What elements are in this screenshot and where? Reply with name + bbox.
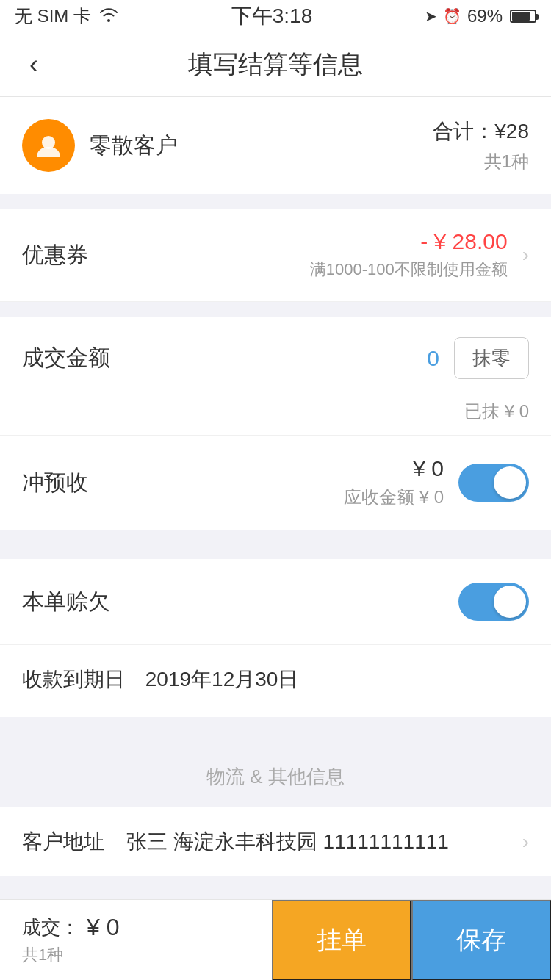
due-date-label: 收款到期日 <box>22 668 125 691</box>
bottom-transaction-label: 成交： <box>22 915 79 940</box>
coupon-desc: 满1000-100不限制使用金额 <box>310 259 508 281</box>
due-date-value[interactable]: 2019年12月30日 <box>145 668 299 691</box>
line-right <box>359 777 529 777</box>
battery-icon <box>510 10 536 23</box>
prepay-sub-amount: 应收金额 ¥ 0 <box>344 486 444 509</box>
customer-section: 零散客户 合计：¥28 共1种 <box>0 97 551 194</box>
address-label: 客户地址 <box>22 828 104 856</box>
customer-info: 零散客户 <box>22 119 178 172</box>
logistics-label: 物流 & 其他信息 <box>206 764 345 790</box>
prepay-label: 冲预收 <box>22 468 88 498</box>
prepay-row: 冲预收 ¥ 0 应收金额 ¥ 0 <box>0 435 551 530</box>
status-bar: 无 SIM 卡 下午3:18 ➤ ⏰ 69% <box>0 0 551 32</box>
avatar <box>22 119 75 172</box>
status-time: 下午3:18 <box>231 2 313 30</box>
customer-total: 合计：¥28 共1种 <box>433 118 529 173</box>
coupon-section[interactable]: 优惠券 - ¥ 28.00 满1000-100不限制使用金额 › <box>0 209 551 302</box>
amount-sub: 已抹 ¥ 0 <box>0 400 551 435</box>
address-chevron-icon: › <box>522 830 529 854</box>
round-button[interactable]: 抹零 <box>454 337 529 379</box>
debit-label: 本单赊欠 <box>22 587 110 617</box>
debit-toggle[interactable] <box>458 583 529 621</box>
chevron-right-icon: › <box>522 243 529 267</box>
toggle-knob <box>494 466 526 499</box>
wifi-icon <box>98 7 119 26</box>
pending-button[interactable]: 挂单 <box>272 900 411 981</box>
bottom-info: 成交： ¥ 0 共1种 <box>0 914 272 966</box>
battery-text: 69% <box>467 6 503 26</box>
logistics-header: 物流 & 其他信息 <box>0 746 551 807</box>
status-right: ➤ ⏰ 69% <box>425 6 536 26</box>
bottom-bar: 成交： ¥ 0 共1种 挂单 保存 <box>0 899 551 980</box>
back-button[interactable]: ‹ <box>22 42 46 87</box>
divider-1 <box>0 302 551 317</box>
bottom-transaction-amount: ¥ 0 <box>87 914 119 941</box>
alarm-icon: ⏰ <box>443 7 461 25</box>
bottom-transaction-row: 成交： ¥ 0 <box>22 914 250 941</box>
nav-bar: ‹ 填写结算等信息 <box>0 32 551 97</box>
coupon-right: - ¥ 28.00 满1000-100不限制使用金额 › <box>310 229 529 281</box>
address-row[interactable]: 客户地址 张三 海淀永丰科技园 11111111111 › <box>0 807 551 876</box>
due-date-row: 收款到期日 2019年12月30日 <box>0 644 551 717</box>
prepay-amounts: ¥ 0 应收金额 ¥ 0 <box>344 456 444 509</box>
debit-row: 本单赊欠 <box>0 559 551 644</box>
prepay-toggle[interactable] <box>458 464 529 502</box>
transaction-amount-area: 0 抹零 <box>381 337 529 379</box>
coupon-row[interactable]: 优惠券 - ¥ 28.00 满1000-100不限制使用金额 › <box>0 209 551 302</box>
total-count: 共1种 <box>433 150 529 173</box>
carrier-text: 无 SIM 卡 <box>15 4 91 28</box>
transaction-row: 成交金额 0 抹零 <box>0 317 551 400</box>
coupon-amount: - ¥ 28.00 <box>310 229 508 254</box>
divider-2 <box>0 544 551 559</box>
coupon-label: 优惠券 <box>22 240 88 270</box>
transaction-amount[interactable]: 0 <box>381 346 439 371</box>
debit-toggle-knob <box>494 586 526 618</box>
debit-section: 本单赊欠 收款到期日 2019年12月30日 <box>0 559 551 717</box>
bottom-count: 共1种 <box>22 944 250 966</box>
customer-name: 零散客户 <box>90 131 178 161</box>
address-value: 张三 海淀永丰科技园 11111111111 <box>126 828 515 856</box>
coupon-info: - ¥ 28.00 满1000-100不限制使用金额 <box>310 229 508 281</box>
customer-row: 零散客户 合计：¥28 共1种 <box>0 97 551 194</box>
page-title: 填写结算等信息 <box>188 48 363 82</box>
logistics-divider <box>0 732 551 746</box>
total-amount: 合计：¥28 <box>433 118 529 145</box>
status-left: 无 SIM 卡 <box>15 4 119 28</box>
transaction-section: 成交金额 0 抹零 已抹 ¥ 0 冲预收 ¥ 0 应收金额 ¥ 0 <box>0 317 551 530</box>
save-button[interactable]: 保存 <box>411 900 551 981</box>
transaction-label: 成交金额 <box>22 343 110 373</box>
location-icon: ➤ <box>425 7 437 25</box>
prepay-main-amount: ¥ 0 <box>344 456 444 481</box>
line-left <box>22 777 192 777</box>
